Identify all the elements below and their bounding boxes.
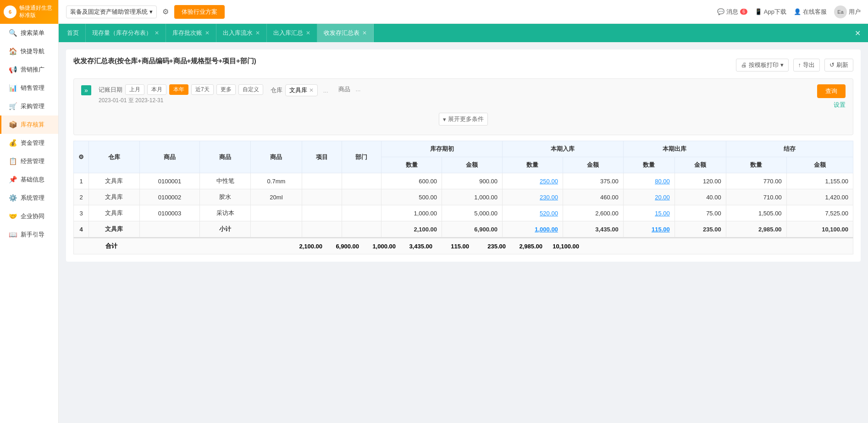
enterprise-icon: 🤝 — [9, 212, 17, 220]
footer-closing-amt: 10,100.00 — [542, 243, 579, 250]
cell-in-qty[interactable]: 520.00 — [502, 205, 563, 221]
topbar-left: 装备及固定资产辅助管理系统 ▾ ⚙ 体验行业方案 — [66, 5, 225, 19]
date-btn-more[interactable]: 更多 — [216, 84, 236, 95]
cell-in-qty[interactable]: 250.00 — [502, 173, 563, 189]
sidebar-item-sales[interactable]: 📊销售管理 — [0, 79, 58, 97]
footer-opening-amt: 6,900.00 — [322, 243, 359, 250]
tab-recv-send[interactable]: 收发存汇总表 ✕ — [317, 24, 374, 42]
cell-closing-amt: 10,100.00 — [786, 221, 853, 237]
export-icon: ↑ — [798, 61, 802, 68]
sidebar-item-label: 企业协同 — [21, 212, 44, 220]
cell-warehouse: 文具库 — [89, 173, 140, 189]
cell-out-amt: 235.00 — [674, 221, 726, 237]
sidebar-item-quick-nav[interactable]: 🏠快捷导航 — [0, 42, 58, 60]
cell-out-qty[interactable]: 15.00 — [623, 205, 674, 221]
remove-warehouse-icon[interactable]: ✕ — [309, 87, 314, 93]
tab-inout-flow[interactable]: 出入库流水 ✕ — [216, 24, 267, 42]
tab-inout-summary[interactable]: 出入库汇总 ✕ — [267, 24, 317, 42]
date-btn-7days[interactable]: 近7天 — [191, 84, 214, 95]
cell-project — [302, 205, 342, 221]
trial-button[interactable]: 体验行业方案 — [174, 5, 225, 19]
online-service-item[interactable]: 👤 在线客服 — [794, 8, 827, 16]
app-title: 畅捷通好生意 标准版 — [19, 5, 52, 19]
system-icon: ⚙️ — [9, 194, 17, 202]
system-selector[interactable]: 装备及固定资产辅助管理系统 ▾ — [66, 5, 157, 18]
sidebar-item-operations[interactable]: 📋经营管理 — [0, 152, 58, 170]
goods-more-btn[interactable]: ... — [353, 84, 364, 94]
sidebar-item-marketing[interactable]: 📢营销推广 — [0, 60, 58, 79]
sidebar-item-label: 采购管理 — [21, 102, 44, 110]
table-container: ⚙ 仓库 商品 商品 商品 项目 部门 库存期初 本期入库 本期出库 结存 — [73, 141, 853, 254]
tab-close-icon[interactable]: ✕ — [255, 30, 260, 36]
cell-code: 0100002 — [139, 189, 200, 205]
cell-index: 2 — [74, 189, 89, 205]
cell-opening-amt: 5,000.00 — [442, 205, 503, 221]
page-title: 收发存汇总表(按仓库+商品编码+商品+规格型号+项目+部门) — [73, 57, 256, 66]
cell-index: 4 — [74, 221, 89, 237]
sidebar-item-purchase[interactable]: 🛒采购管理 — [0, 97, 58, 115]
close-all-tabs-icon[interactable]: ✕ — [849, 29, 866, 38]
cell-warehouse: 文具库 — [89, 205, 140, 221]
tab-close-icon[interactable]: ✕ — [155, 30, 159, 36]
messages-item[interactable]: 💬 消息 6 — [717, 8, 747, 16]
refresh-btn[interactable]: ↺ 刷新 — [824, 59, 853, 71]
tab-home[interactable]: 首页 — [61, 24, 86, 42]
tab-close-icon[interactable]: ✕ — [306, 30, 310, 36]
sidebar-item-enterprise[interactable]: 🤝企业协同 — [0, 207, 58, 225]
tab-batch[interactable]: 库存批次账 ✕ — [166, 24, 216, 42]
export-btn[interactable]: ↑ 导出 — [793, 59, 820, 71]
app-download-item[interactable]: 📱 App下载 — [755, 8, 786, 16]
sidebar-item-label: 库存核算 — [21, 121, 44, 129]
warehouse-tag[interactable]: 文具库 ✕ — [285, 84, 318, 96]
sidebar-item-inventory[interactable]: 📦库存核算 — [0, 115, 58, 134]
message-icon: 💬 — [717, 8, 724, 15]
chevron-down-icon: ▾ — [443, 116, 446, 123]
footer-out-qty: 115.00 — [432, 243, 469, 250]
cell-dept — [342, 189, 381, 205]
service-icon: 👤 — [794, 8, 801, 15]
table-row: 4 文具库 小计 2,100.00 6,900.00 1,000.00 3,43… — [74, 221, 853, 237]
chevron-down-icon: ▾ — [780, 61, 784, 68]
date-btn-this-year[interactable]: 本年 — [169, 84, 188, 95]
sidebar-item-guide[interactable]: 📖新手引导 — [0, 225, 58, 244]
cell-in-qty[interactable]: 1,000.00 — [502, 221, 563, 237]
cell-in-qty[interactable]: 230.00 — [502, 189, 563, 205]
cell-out-qty[interactable]: 115.00 — [623, 221, 674, 237]
col-header-dept: 部门 — [342, 141, 381, 173]
tab-close-icon[interactable]: ✕ — [205, 30, 210, 36]
search-icon: 🔍 — [9, 29, 17, 37]
app-logo: 6 — [4, 5, 17, 18]
table-gear-header: ⚙ — [74, 141, 89, 173]
tab-stock-dist[interactable]: 现存量（库存分布表） ✕ — [86, 24, 166, 42]
warehouse-more-btn[interactable]: ... — [321, 86, 331, 95]
col-header-name: 商品 — [200, 141, 251, 173]
print-icon: 🖨 — [741, 61, 747, 68]
sidebar-item-capital[interactable]: 💰资金管理 — [0, 134, 58, 152]
cell-out-amt: 40.00 — [674, 189, 726, 205]
filter-settings-link[interactable]: 设置 — [834, 101, 846, 109]
cell-out-qty[interactable]: 20.00 — [623, 189, 674, 205]
sidebar-item-system[interactable]: ⚙️系统管理 — [0, 189, 58, 207]
sidebar-item-basic-info[interactable]: 📌基础信息 — [0, 170, 58, 189]
col-header-out-qty: 数量 — [623, 157, 674, 173]
query-button[interactable]: 查询 — [817, 84, 846, 98]
settings-icon[interactable]: ⚙ — [162, 7, 169, 16]
sidebar-item-search[interactable]: 🔍搜索菜单 — [0, 24, 58, 42]
filter-area: » 记账日期 上月 本月 本年 近7天 更多 自定义 2023-01-01 至 … — [81, 84, 846, 109]
filter-toggle-btn[interactable]: » — [81, 85, 91, 95]
table-row: 1 文具库 0100001 中性笔 0.7mm 600.00 900.00 25… — [74, 173, 853, 189]
main-content: 装备及固定资产辅助管理系统 ▾ ⚙ 体验行业方案 💬 消息 6 📱 App下载 … — [59, 0, 868, 423]
purchase-icon: 🛒 — [9, 102, 17, 110]
expand-conditions-btn[interactable]: ▾ 展开更多条件 — [439, 113, 488, 126]
date-btn-this-month[interactable]: 本月 — [147, 84, 166, 95]
date-btn-custom[interactable]: 自定义 — [238, 84, 263, 95]
sidebar-item-label: 快捷导航 — [21, 47, 44, 55]
tab-close-icon[interactable]: ✕ — [362, 30, 367, 36]
sidebar-item-label: 新手引导 — [21, 231, 44, 239]
cell-out-qty[interactable]: 80.00 — [623, 173, 674, 189]
cell-opening-qty: 600.00 — [381, 173, 442, 189]
col-header-opening: 库存期初 — [381, 141, 503, 157]
user-item[interactable]: Ea 用户 — [834, 5, 861, 18]
print-btn[interactable]: 🖨 按模板打印 ▾ — [736, 59, 789, 71]
date-btn-last-month[interactable]: 上月 — [125, 84, 144, 95]
